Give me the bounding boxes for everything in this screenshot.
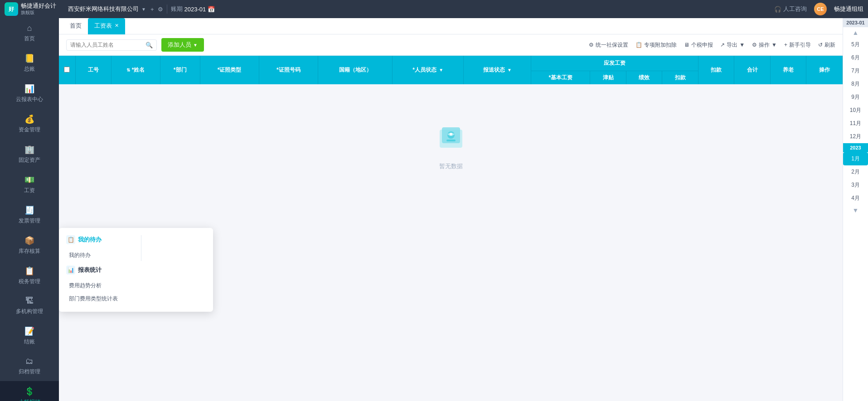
operation-chevron-icon: ▼ [771, 42, 777, 48]
th-deduct2: 扣款 [662, 71, 698, 85]
sidebar-label-ledger: 总账 [24, 65, 35, 73]
export-button[interactable]: ↗ 导出 ▼ [720, 41, 745, 49]
home-icon: ⌂ [27, 24, 32, 33]
company-chevron-icon: ▼ [141, 7, 146, 12]
tab-salary-table[interactable]: 工资表 ✕ [88, 18, 125, 34]
funds-icon: 💰 [24, 114, 34, 124]
send-status-filter-icon[interactable]: ▼ [507, 68, 512, 72]
sidebar-item-tax[interactable]: 📋 税务管理 [0, 261, 59, 291]
timeline-month-2[interactable]: 2月 [843, 165, 868, 179]
person-status-filter-icon[interactable]: ▼ [439, 68, 443, 72]
sidebar-item-funds[interactable]: 💰 资金管理 [0, 109, 59, 139]
tab-home-label: 首页 [70, 22, 82, 30]
sidebar-label-invoice: 发票管理 [19, 217, 40, 225]
timeline-month-5[interactable]: 5月 [843, 38, 868, 51]
guide-button[interactable]: + 新手引导 [784, 41, 811, 49]
reports-icon: 📊 [24, 84, 34, 94]
sidebar-item-archive[interactable]: 🗂 归档管理 [0, 351, 59, 381]
sidebar-label-funds: 资金管理 [19, 126, 40, 134]
tax-report-icon: 🖥 [684, 42, 689, 48]
timeline-month-8[interactable]: 8月 [843, 77, 868, 91]
salary-icon: 💵 [24, 175, 34, 185]
th-send-status: 报送状态 ▼ [464, 56, 531, 84]
timeline-year-2023: 2023 [843, 143, 868, 152]
sidebar-item-inventory[interactable]: 📦 库存核算 [0, 230, 59, 261]
user-avatar: CE [814, 3, 827, 15]
search-box[interactable]: 🔍 [66, 39, 157, 51]
timeline-month-12[interactable]: 12月 [843, 130, 868, 143]
popup-reports-label: 报表统计 [78, 266, 102, 274]
sidebar-item-assets[interactable]: 🏢 固定资产 [0, 139, 59, 169]
social-security-button[interactable]: ⚙ 统一社保设置 [589, 41, 628, 49]
sidebar-item-ledger[interactable]: 📒 总账 [0, 48, 59, 78]
tax-icon: 📋 [24, 266, 34, 276]
company-name: 西安虾米网络科技有限公司 [68, 5, 139, 13]
operation-button[interactable]: ⚙ 操作 ▼ [752, 41, 777, 49]
expense-icon: 💲 [24, 387, 34, 396]
empty-label: 暂无数据 [439, 162, 463, 170]
th-deduct: 扣款 [698, 56, 734, 84]
sort-icon: ⇅ [126, 68, 130, 72]
sidebar-label-salary: 工资 [24, 187, 35, 194]
svg-point-4 [450, 133, 452, 135]
add-person-button[interactable]: 添加人员 ▼ [161, 38, 204, 52]
calendar-icon[interactable]: 📅 [208, 6, 215, 13]
timeline-month-3[interactable]: 3月 [843, 179, 868, 192]
timeline-month-4[interactable]: 4月 [843, 192, 868, 205]
th-person-status: *人员状态 ▼ [393, 56, 464, 84]
todo-section-icon: 📋 [66, 235, 75, 244]
timeline-month-10[interactable]: 10月 [843, 104, 868, 117]
popup-item-dept-cost[interactable]: 部门费用类型统计表 [66, 293, 134, 304]
refresh-button[interactable]: ↺ 刷新 [818, 41, 835, 49]
salary-table: 工号 ⇅ *姓名 *部门 *证照类型 *证照号码 国籍（地区） *人员状态 ▼ … [59, 56, 843, 84]
sidebar: ⌂ 首页 📒 总账 📊 云报表中心 💰 资金管理 🏢 固定资产 💵 工资 🧾 发… [0, 18, 59, 401]
multi-icon: 🏗 [25, 296, 34, 306]
top-header: 好 畅捷通好会计 旗舰版 西安虾米网络科技有限公司 ▼ + ⚙ 账期 2023-… [0, 0, 868, 18]
popup-item-my-todo[interactable]: 我的待办 [66, 250, 134, 261]
popup-item-cost-trend[interactable]: 费用趋势分析 [66, 280, 134, 291]
th-payable-wage: 应发工资 [531, 56, 698, 71]
tab-bar: 首页 工资表 ✕ [59, 18, 843, 34]
timeline-month-1[interactable]: 1月 [843, 152, 868, 165]
timeline-nav-up[interactable]: ▲ [843, 27, 868, 38]
logo-area: 好 畅捷通好会计 旗舰版 [5, 2, 63, 16]
th-id-no: *证照号码 [259, 56, 318, 84]
sidebar-item-reports[interactable]: 📊 云报表中心 [0, 78, 59, 109]
service-button[interactable]: 🎧 人工咨询 [774, 5, 807, 13]
sidebar-item-multi[interactable]: 🏗 多机构管理 [0, 291, 59, 321]
timeline-month-9[interactable]: 9月 [843, 91, 868, 104]
sidebar-item-expense[interactable]: 💲 小畅报销 [0, 381, 59, 401]
popup-col-reports: 📊 报表统计 费用趋势分析 部门费用类型统计表 [66, 266, 134, 304]
operation-icon: ⚙ [752, 42, 757, 48]
tax-report-button[interactable]: 🖥 个税申报 [684, 41, 713, 49]
timeline-month-6[interactable]: 6月 [843, 51, 868, 64]
period-label: 账期 [171, 5, 183, 13]
search-input[interactable] [70, 42, 143, 48]
sidebar-item-salary[interactable]: 💵 工资 [0, 169, 59, 200]
guide-label: 新手引导 [789, 41, 811, 49]
popup-todo-label: 我的待办 [78, 236, 102, 244]
operation-label: 操作 [759, 41, 770, 49]
tab-close-icon[interactable]: ✕ [115, 23, 119, 29]
timeline-nav-down[interactable]: ▼ [843, 205, 868, 216]
settings-button[interactable]: ⚙ [158, 6, 163, 13]
add-company-button[interactable]: + [150, 6, 154, 13]
timeline-month-7[interactable]: 7月 [843, 64, 868, 77]
tab-home[interactable]: 首页 [63, 18, 88, 34]
logo-text-block: 畅捷通好会计 旗舰版 [21, 2, 56, 16]
empty-icon [433, 121, 469, 157]
svg-rect-3 [446, 140, 456, 141]
special-deduct-button[interactable]: 📋 专项附加扣除 [635, 41, 677, 49]
th-performance: 绩效 [626, 71, 662, 85]
sidebar-item-invoice[interactable]: 🧾 发票管理 [0, 200, 59, 230]
refresh-label: 刷新 [824, 41, 835, 49]
timeline-month-11[interactable]: 11月 [843, 117, 868, 130]
sidebar-item-settlement[interactable]: 📝 结账 [0, 321, 59, 351]
export-chevron-icon: ▼ [739, 42, 745, 48]
th-pension: 养老 [770, 56, 806, 84]
sidebar-label-expense: 小畅报销 [19, 398, 40, 401]
sidebar-item-home[interactable]: ⌂ 首页 [0, 18, 59, 48]
assets-icon: 🏢 [24, 145, 34, 155]
select-all-checkbox[interactable] [64, 67, 70, 72]
company-selector[interactable]: 西安虾米网络科技有限公司 ▼ [63, 5, 150, 13]
